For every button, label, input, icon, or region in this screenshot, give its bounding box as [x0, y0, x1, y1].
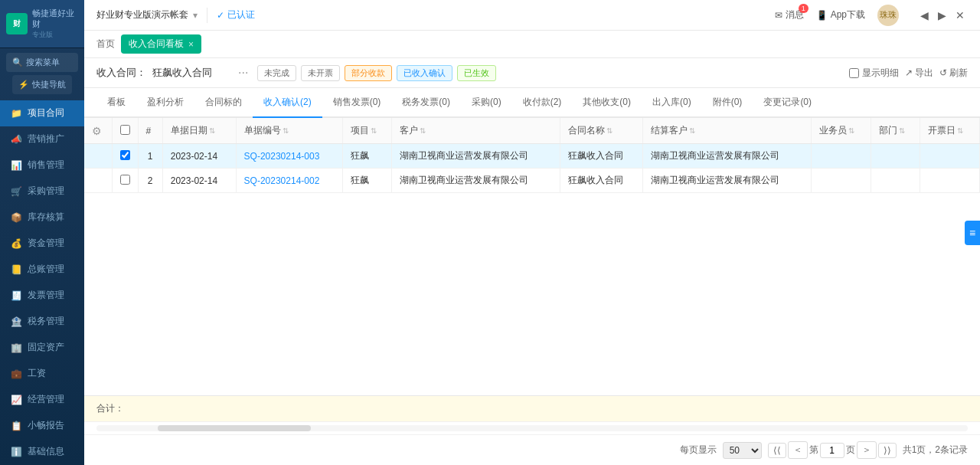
page-input[interactable]	[820, 443, 844, 458]
quick-nav-button[interactable]: ⚡ 快捷导航	[12, 75, 72, 94]
sidebar-item-ops[interactable]: 📈 经营管理	[0, 387, 84, 413]
sort-project-icon[interactable]: ⇅	[371, 126, 377, 135]
more-actions-button[interactable]: ···	[234, 64, 253, 81]
search-menu-button[interactable]: 🔍 搜索菜单	[6, 53, 78, 72]
th-project[interactable]: 项目⇅	[342, 118, 391, 144]
th-checkbox[interactable]	[112, 118, 138, 144]
cell-contract-name: 狂飙收入合同	[560, 169, 642, 193]
topbar: 好业财专业版演示帐套 ▾ ✓ 已认证 ✉ 消息 1 📱 App下载 珠珠 ◀ ▶	[84, 0, 980, 31]
sort-issue-icon[interactable]: ⇅	[957, 126, 963, 135]
show-detail-input[interactable]	[849, 68, 859, 78]
sort-contract-icon[interactable]: ⇅	[606, 126, 612, 135]
refresh-button[interactable]: ↺ 刷新	[939, 67, 968, 80]
cell-settings	[84, 169, 112, 193]
table-row[interactable]: 2 2023-02-14 SQ-20230214-002 狂飙 湖南卫视商业运营…	[84, 169, 980, 193]
topbar-divider	[207, 8, 207, 23]
row-checkbox[interactable]	[120, 175, 130, 185]
nav-close-button[interactable]: ✕	[952, 6, 968, 25]
sidebar-item-tax[interactable]: 🏦 税务管理	[0, 309, 84, 335]
sidebar-item-purchase[interactable]: 🛒 采购管理	[0, 178, 84, 205]
export-icon: ↗	[905, 67, 913, 78]
cell-date: 2023-02-14	[162, 169, 236, 193]
sort-customer-icon[interactable]: ⇅	[420, 126, 426, 135]
sort-number-icon[interactable]: ⇅	[283, 126, 289, 135]
number-link[interactable]: SQ-20230214-002	[244, 175, 320, 186]
right-panel-button[interactable]: ≡	[965, 221, 980, 245]
scrollbar-thumb[interactable]	[158, 425, 311, 431]
per-page-select[interactable]: 50 20 100	[723, 442, 762, 459]
avatar[interactable]: 珠珠	[877, 5, 899, 26]
status-confirmed-button[interactable]: 已收入确认	[397, 65, 452, 81]
tab-tax-invoice[interactable]: 税务发票(0)	[391, 88, 461, 118]
tab-purchase[interactable]: 采购(0)	[461, 88, 512, 118]
first-page-button[interactable]: ⟨⟨	[768, 443, 786, 458]
sort-date-icon[interactable]: ⇅	[209, 126, 215, 135]
message-button[interactable]: ✉ 消息 1	[775, 8, 804, 21]
sidebar-item-inventory[interactable]: 📦 库存核算	[0, 205, 84, 231]
tab-kanban[interactable]: 看板	[96, 88, 136, 118]
tab-attachments[interactable]: 附件(0)	[702, 88, 753, 118]
tab-home[interactable]: 首页	[96, 38, 115, 51]
tab-contract-board[interactable]: 收入合同看板 ×	[121, 34, 201, 54]
th-department[interactable]: 部门⇅	[871, 118, 920, 144]
select-all-checkbox[interactable]	[120, 125, 130, 135]
company-selector[interactable]: 好业财专业版演示帐套 ▾	[96, 8, 198, 21]
th-settlement[interactable]: 结算客户⇅	[643, 118, 812, 144]
sidebar-item-marketing[interactable]: 📣 营销推广	[0, 126, 84, 152]
tab-subject[interactable]: 合同标的	[194, 88, 253, 118]
status-partial-button[interactable]: 部分收款	[345, 65, 392, 81]
app-download-button[interactable]: 📱 App下载	[816, 8, 865, 21]
cell-checkbox[interactable]	[112, 144, 138, 169]
sort-dept-icon[interactable]: ⇅	[899, 126, 905, 135]
tab-profit[interactable]: 盈利分析	[136, 88, 194, 118]
sidebar-item-basic[interactable]: ℹ️ 基础信息	[0, 439, 84, 465]
next-page-button[interactable]: ＞	[857, 441, 877, 459]
prev-page-button[interactable]: ＜	[788, 441, 808, 459]
number-link[interactable]: SQ-20230214-003	[244, 151, 320, 162]
tab-warehouse[interactable]: 出入库(0)	[642, 88, 702, 118]
nav-back-button[interactable]: ◀	[917, 6, 932, 25]
cell-number[interactable]: SQ-20230214-003	[236, 144, 342, 169]
tab-income-confirm[interactable]: 收入确认(2)	[253, 88, 322, 118]
row-checkbox[interactable]	[120, 150, 130, 160]
tab-sales-invoice[interactable]: 销售发票(0)	[322, 88, 392, 118]
sidebar-item-invoice[interactable]: 🧾 发票管理	[0, 283, 84, 309]
sidebar-item-labor[interactable]: 💼 工资	[0, 361, 84, 387]
th-settings[interactable]: ⚙	[84, 118, 112, 144]
main-area: 好业财专业版演示帐套 ▾ ✓ 已认证 ✉ 消息 1 📱 App下载 珠珠 ◀ ▶	[84, 0, 980, 465]
th-date[interactable]: 单据日期⇅	[162, 118, 236, 144]
th-customer[interactable]: 客户⇅	[391, 118, 560, 144]
tab-changes[interactable]: 变更记录(0)	[753, 88, 822, 118]
th-salesperson[interactable]: 业务员⇅	[812, 118, 871, 144]
export-button[interactable]: ↗ 导出	[905, 67, 933, 80]
cell-number[interactable]: SQ-20230214-002	[236, 169, 342, 193]
horizontal-scrollbar[interactable]	[96, 425, 968, 431]
megaphone-icon: 📣	[9, 133, 23, 146]
table-footer: 合计：	[84, 395, 980, 421]
show-detail-checkbox[interactable]: 显示明细	[849, 67, 899, 80]
tab-payment[interactable]: 收付款(2)	[512, 88, 573, 118]
cell-checkbox[interactable]	[112, 169, 138, 193]
table-row[interactable]: 1 2023-02-14 SQ-20230214-003 狂飙 湖南卫视商业运营…	[84, 144, 980, 169]
status-active-button[interactable]: 已生效	[457, 65, 496, 81]
sort-settlement-icon[interactable]: ⇅	[689, 126, 695, 135]
sort-salesperson-icon[interactable]: ⇅	[848, 126, 854, 135]
sidebar-item-project[interactable]: 📁 项目合同	[0, 100, 84, 126]
sidebar-item-funds[interactable]: 💰 资金管理	[0, 231, 84, 257]
th-issue-date[interactable]: 开票日⇅	[920, 118, 979, 144]
tab-close-icon[interactable]: ×	[188, 39, 194, 50]
status-incomplete-button[interactable]: 未完成	[257, 65, 296, 81]
th-contract-name[interactable]: 合同名称⇅	[560, 118, 642, 144]
nav-forward-button[interactable]: ▶	[935, 6, 949, 25]
sidebar-item-sales[interactable]: 📊 销售管理	[0, 152, 84, 178]
status-not-issued-button[interactable]: 未开票	[301, 65, 340, 81]
sidebar-item-assets[interactable]: 🏢 固定资产	[0, 335, 84, 361]
sidebar-item-reports[interactable]: 📋 小畅报告	[0, 413, 84, 439]
th-number[interactable]: 单据编号⇅	[236, 118, 342, 144]
tab-other[interactable]: 其他收支(0)	[572, 88, 642, 118]
last-page-button[interactable]: ⟩⟩	[878, 443, 897, 458]
panel-icon: ≡	[969, 227, 975, 239]
sidebar: 财 畅捷通好业财 专业版 🔍 搜索菜单 ⚡ 快捷导航 📁 项目合同 📣 营销推广…	[0, 0, 84, 465]
settings-icon[interactable]: ⚙	[92, 125, 102, 137]
sidebar-item-general[interactable]: 📒 总账管理	[0, 257, 84, 283]
